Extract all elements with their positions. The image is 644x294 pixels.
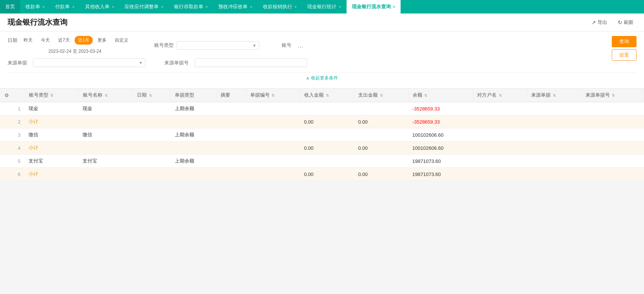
row-summary-3 bbox=[217, 142, 246, 155]
nav-close-bank-deposit[interactable]: × bbox=[206, 4, 208, 9]
nav-close-cash-flow[interactable]: × bbox=[393, 4, 395, 9]
refresh-button[interactable]: ↻ 刷新 bbox=[615, 18, 636, 27]
nav-item-cash-flow[interactable]: 现金银行流水查询 × bbox=[347, 0, 401, 13]
row-gear-4 bbox=[0, 155, 14, 168]
nav-close-advance[interactable]: × bbox=[250, 4, 252, 9]
nav-item-advance[interactable]: 预收冲应收单 × bbox=[213, 0, 257, 13]
nav-item-adjustment[interactable]: 应收应付调整单 × bbox=[119, 0, 168, 13]
row-source-doc-4 bbox=[527, 155, 581, 168]
date-btn-1month[interactable]: 近1月 bbox=[75, 36, 93, 45]
nav-item-payment[interactable]: 付款单 × bbox=[50, 0, 80, 13]
row-num-2: 3 bbox=[14, 128, 25, 142]
row-counterpart-0 bbox=[473, 102, 527, 115]
row-doc-no-4 bbox=[246, 155, 300, 168]
row-source-doc-no-5 bbox=[581, 168, 644, 181]
account-filter-group: 账号 ... bbox=[282, 42, 303, 49]
nav-close-adjustment[interactable]: × bbox=[161, 4, 163, 9]
sort-icon-date: ⇅ bbox=[149, 93, 152, 97]
th-date[interactable]: 日期 ⇅ bbox=[133, 88, 171, 102]
nav-close-payment[interactable]: × bbox=[72, 4, 74, 9]
date-options: 昨天 今天 近7天 近1月 更多 自定义 bbox=[20, 36, 132, 45]
row-source-doc-0 bbox=[527, 102, 581, 115]
th-gear[interactable]: ⚙ bbox=[0, 88, 14, 102]
th-row-num bbox=[14, 88, 25, 102]
source-doc-select[interactable]: ▾ bbox=[33, 58, 146, 67]
th-doc-type: 单据类型 bbox=[171, 88, 217, 102]
row-expense-3: 0.00 bbox=[354, 142, 408, 155]
export-button[interactable]: ↗ 导出 bbox=[588, 18, 610, 27]
th-account-type[interactable]: 账号类型 ⇅ bbox=[25, 88, 79, 102]
row-summary-5 bbox=[217, 168, 246, 181]
row-balance-0: -3528659.33 bbox=[408, 102, 473, 115]
row-summary-4 bbox=[217, 155, 246, 168]
row-balance-5: 19871073.60 bbox=[408, 168, 473, 181]
row-gear-2 bbox=[0, 128, 14, 142]
row-date-1 bbox=[133, 115, 171, 128]
th-balance[interactable]: 余额 ⇅ bbox=[408, 88, 473, 102]
row-expense-2 bbox=[354, 128, 408, 142]
filter-left: 日期 昨天 今天 近7天 近1月 更多 自定义 2023-02-24 至 202… bbox=[8, 36, 600, 71]
nav-item-bank-deposit[interactable]: 银行存取款单 × bbox=[169, 0, 213, 13]
date-btn-custom[interactable]: 自定义 bbox=[111, 36, 132, 45]
sort-icon-source-doc: ⇅ bbox=[553, 93, 556, 97]
row-account-type-3: 小计 bbox=[25, 142, 79, 155]
settings-button[interactable]: 设置 bbox=[612, 49, 636, 61]
filter-row-2: 来源单据 ▾ 来源单据号 bbox=[8, 58, 600, 67]
row-num-3: 4 bbox=[14, 142, 25, 155]
th-source-doc[interactable]: 来源单据 ⇅ bbox=[527, 88, 581, 102]
source-doc-no-filter-group: 来源单据号 bbox=[164, 58, 307, 67]
th-doc-no[interactable]: 单据编号 ⇅ bbox=[246, 88, 300, 102]
nav-close-other-income[interactable]: × bbox=[112, 4, 114, 9]
date-btn-7days[interactable]: 近7天 bbox=[55, 36, 73, 45]
row-doc-type-0: 上期余额 bbox=[171, 102, 217, 115]
th-account-name[interactable]: 账号名称 ⇅ bbox=[79, 88, 133, 102]
nav-item-receipt[interactable]: 收款单 × bbox=[20, 0, 50, 13]
date-btn-more[interactable]: 更多 bbox=[94, 36, 110, 45]
nav-item-home[interactable]: 首页 bbox=[0, 0, 20, 13]
collapse-bar[interactable]: ∧ 收起更多条件 bbox=[8, 72, 636, 84]
row-num-5: 6 bbox=[14, 168, 25, 181]
row-account-name-5 bbox=[79, 168, 133, 181]
row-source-doc-no-0 bbox=[581, 102, 644, 115]
nav-close-cash-stat[interactable]: × bbox=[339, 4, 341, 9]
date-btn-today[interactable]: 今天 bbox=[38, 36, 53, 45]
row-account-type-0: 现金 bbox=[25, 102, 79, 115]
nav-label-receipt: 收款单 bbox=[26, 3, 40, 10]
row-date-3 bbox=[133, 142, 171, 155]
date-label: 日期 bbox=[8, 37, 17, 44]
account-ellipsis-button[interactable]: ... bbox=[297, 42, 303, 49]
th-counterpart[interactable]: 对方户名 ⇅ bbox=[473, 88, 527, 102]
row-counterpart-2 bbox=[473, 128, 527, 142]
nav-label-advance: 预收冲应收单 bbox=[218, 3, 248, 10]
row-doc-type-5 bbox=[171, 168, 217, 181]
nav-label-writeoff: 收款核销执行 bbox=[263, 3, 292, 10]
row-doc-no-5 bbox=[246, 168, 300, 181]
table-container: ⚙ 账号类型 ⇅ 账号名称 ⇅ 日期 ⇅ 单据类型 摘要 单据编号 ⇅ 收入金额… bbox=[0, 88, 644, 181]
date-btn-yesterday[interactable]: 昨天 bbox=[20, 36, 36, 45]
nav-item-writeoff[interactable]: 收款核销执行 × bbox=[258, 0, 302, 13]
th-summary: 摘要 bbox=[217, 88, 246, 102]
row-source-doc-no-1 bbox=[581, 115, 644, 128]
row-num-1: 2 bbox=[14, 115, 25, 128]
table-row: 1 现金 现金 上期余额 -3528659.33 bbox=[0, 102, 644, 115]
th-income[interactable]: 收入金额 ⇅ bbox=[300, 88, 354, 102]
header-actions: ↗ 导出 ↻ 刷新 bbox=[588, 18, 636, 27]
th-source-doc-no[interactable]: 来源单据号 ⇅ bbox=[581, 88, 644, 102]
row-expense-4 bbox=[354, 155, 408, 168]
nav-close-receipt[interactable]: × bbox=[42, 4, 45, 9]
nav-item-cash-stat[interactable]: 现金银行统计 × bbox=[302, 0, 346, 13]
row-doc-type-2: 上期余额 bbox=[171, 128, 217, 142]
nav-close-writeoff[interactable]: × bbox=[294, 4, 297, 9]
nav-item-other-income[interactable]: 其他收入单 × bbox=[80, 0, 119, 13]
th-expense[interactable]: 支出金额 ⇅ bbox=[354, 88, 408, 102]
table-row: 3 微信 微信 上期余额 100102606.60 bbox=[0, 128, 644, 142]
row-account-name-1 bbox=[79, 115, 133, 128]
source-doc-no-input[interactable] bbox=[195, 58, 307, 67]
nav-label-other-income: 其他收入单 bbox=[85, 3, 110, 10]
row-account-name-0: 现金 bbox=[79, 102, 133, 115]
query-button[interactable]: 查询 bbox=[612, 36, 636, 47]
row-doc-no-2 bbox=[246, 128, 300, 142]
account-type-select[interactable]: ▾ bbox=[177, 41, 259, 50]
row-expense-0 bbox=[354, 102, 408, 115]
source-doc-dropdown-icon: ▾ bbox=[140, 60, 142, 66]
